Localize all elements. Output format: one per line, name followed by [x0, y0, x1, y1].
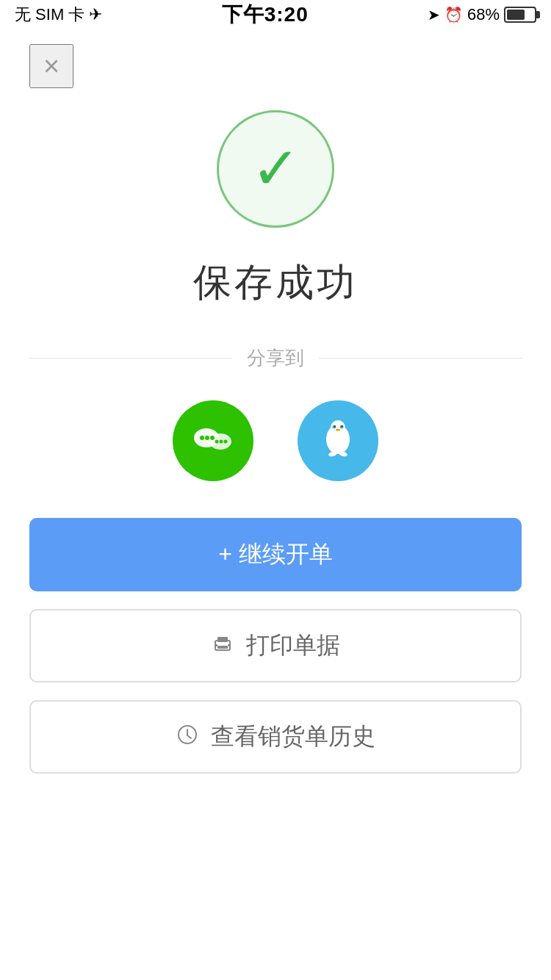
status-time: 下午3:20	[222, 1, 309, 29]
status-bar: 无 SIM 卡 ✈ 下午3:20 ➤ ⏰ 68%	[0, 0, 551, 29]
continue-label: + 继续开单	[218, 538, 333, 571]
svg-point-6	[220, 440, 223, 444]
continue-button[interactable]: + 继续开单	[29, 518, 522, 591]
battery-icon	[504, 7, 536, 23]
svg-point-3	[205, 436, 209, 440]
print-button[interactable]: 打印单据	[29, 609, 522, 682]
status-left: 无 SIM 卡 ✈	[15, 4, 102, 26]
divider-line-right	[319, 358, 522, 359]
svg-point-5	[215, 440, 219, 444]
main-content: × ✓ 保存成功 分享到	[0, 29, 551, 980]
share-section: 分享到	[29, 345, 522, 481]
checkmark-icon: ✓	[251, 140, 300, 198]
history-icon	[176, 723, 199, 752]
history-button[interactable]: 查看销货单历史	[29, 700, 522, 774]
svg-point-12	[334, 425, 335, 427]
location-icon: ➤	[428, 6, 440, 24]
svg-point-7	[224, 440, 228, 444]
qq-share-button[interactable]	[298, 400, 378, 481]
close-button[interactable]: ×	[29, 44, 73, 88]
share-divider: 分享到	[29, 345, 522, 371]
alarm-icon: ⏰	[444, 6, 463, 24]
success-title: 保存成功	[193, 257, 358, 309]
share-icons	[29, 400, 522, 481]
svg-rect-20	[215, 644, 217, 646]
qq-icon	[314, 417, 361, 464]
battery-fill	[507, 10, 525, 20]
divider-line-left	[29, 358, 232, 359]
close-icon: ×	[43, 52, 60, 80]
sim-status: 无 SIM 卡 ✈	[15, 4, 102, 26]
battery-percent: 68%	[467, 5, 500, 24]
action-buttons: + 继续开单 打印单据	[29, 518, 522, 774]
svg-line-24	[187, 735, 191, 738]
svg-rect-19	[217, 646, 228, 649]
print-icon	[211, 632, 234, 660]
wechat-icon	[190, 417, 237, 464]
history-label: 查看销货单历史	[211, 721, 375, 753]
share-label: 分享到	[247, 345, 304, 371]
svg-rect-18	[217, 637, 228, 642]
svg-point-13	[341, 425, 342, 427]
print-label: 打印单据	[246, 630, 340, 662]
success-circle: ✓	[217, 110, 334, 228]
svg-point-4	[210, 436, 215, 440]
svg-point-2	[200, 436, 204, 440]
wechat-share-button[interactable]	[173, 400, 253, 481]
status-right: ➤ ⏰ 68%	[428, 5, 536, 24]
svg-rect-21	[228, 644, 230, 646]
svg-point-14	[336, 429, 340, 431]
